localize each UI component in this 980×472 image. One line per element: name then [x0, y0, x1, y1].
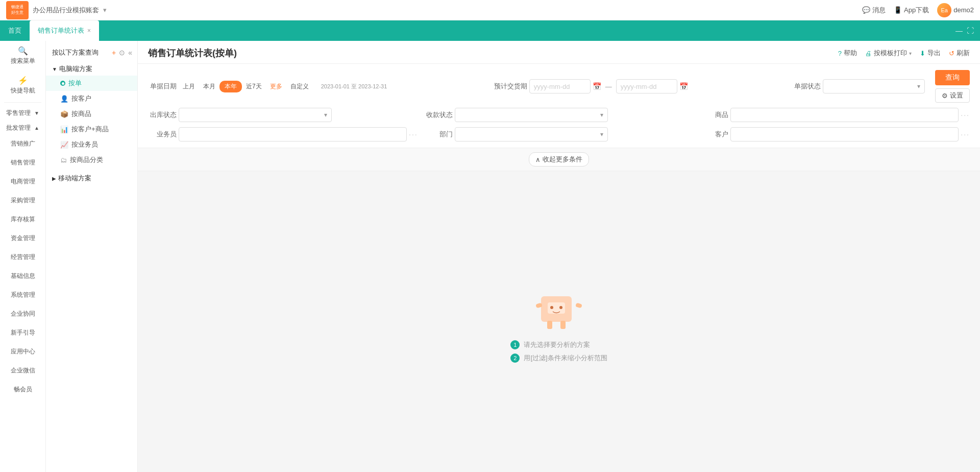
- salesman-more-icon[interactable]: ···: [409, 130, 418, 138]
- customer-more-icon[interactable]: ···: [961, 130, 970, 138]
- sidebar-operations-label: 经营管理: [11, 253, 35, 262]
- scheme-item-by-salesman[interactable]: 📈 按业务员: [46, 137, 137, 152]
- date-this-month[interactable]: 本月: [199, 81, 219, 92]
- expected-date-end[interactable]: [616, 79, 677, 93]
- scheme-add-icon[interactable]: +: [112, 49, 116, 57]
- query-btn[interactable]: 查询: [935, 70, 970, 85]
- sidebar-search-label: 搜索菜单: [11, 57, 35, 65]
- goods-icon: 📦: [60, 110, 68, 118]
- sidebar-item-retail[interactable]: 零售管理 ▼: [0, 105, 45, 120]
- sidebar-wholesale-arrow: ▲: [34, 125, 39, 131]
- export-btn[interactable]: ⬇ 导出: [920, 49, 941, 58]
- page-title: 销售订单统计表(按单): [148, 47, 237, 59]
- dept-select[interactable]: ▾: [455, 127, 608, 141]
- date-custom[interactable]: 自定义: [286, 81, 313, 92]
- sidebar-item-quick-nav[interactable]: ⚡ 快捷导航: [2, 72, 43, 99]
- sidebar-finance-label: 资金管理: [11, 234, 35, 243]
- scheme-settings-icon[interactable]: ⊙: [119, 49, 125, 57]
- scheme-item-by-category[interactable]: 🗂 按商品分类: [46, 152, 137, 168]
- message-btn[interactable]: 💬 消息: [862, 6, 886, 15]
- help-btn[interactable]: ? 帮助: [838, 49, 857, 58]
- tab-active[interactable]: 销售订单统计表 ×: [30, 20, 99, 41]
- app-dropdown-icon[interactable]: ▾: [103, 6, 107, 14]
- date-more[interactable]: 更多: [266, 81, 286, 92]
- date-last-month[interactable]: 上月: [179, 81, 199, 92]
- scheme-category-pc-title[interactable]: ▼ 电脑端方案: [46, 62, 137, 76]
- sidebar-item-wechat[interactable]: 企业微信: [2, 362, 43, 379]
- payment-select[interactable]: ▾: [455, 108, 608, 122]
- sidebar-item-appstore[interactable]: 应用中心: [2, 343, 43, 360]
- payment-dropdown-arrow: ▾: [600, 111, 603, 119]
- scheme-category-mobile-title[interactable]: ▶ 移动端方案: [46, 172, 137, 185]
- filter-row-3: 业务员 ··· 部门 ▾ 客户 ···: [148, 127, 970, 141]
- scheme-item-by-order[interactable]: 按单: [46, 76, 137, 91]
- scheme-collapse-icon[interactable]: «: [128, 49, 132, 57]
- sidebar-wholesale-label: 批发管理: [6, 124, 31, 132]
- scheme-item-label: 按商品分类: [70, 155, 103, 164]
- tab-home[interactable]: 首页: [0, 20, 30, 41]
- scheme-item-by-cus-goods[interactable]: 📊 按客户+商品: [46, 122, 137, 137]
- sidebar-item-wholesale[interactable]: 批发管理 ▲: [0, 120, 45, 134]
- sidebar-item-operations[interactable]: 经营管理: [2, 249, 43, 266]
- empty-illustration: [533, 281, 584, 332]
- logo: 畅捷通好生意: [6, 1, 29, 19]
- salesman-input[interactable]: [179, 127, 407, 141]
- goods-more-icon[interactable]: ···: [961, 111, 970, 119]
- sidebar-basic-label: 基础信息: [11, 272, 35, 280]
- status-select[interactable]: ▾: [823, 79, 925, 93]
- tabbar: 首页 销售订单统计表 × — ⛶: [0, 20, 980, 41]
- sidebar-purchase-label: 采购管理: [11, 196, 35, 205]
- sidebar-item-sales[interactable]: 销售管理: [2, 154, 43, 171]
- app-name: 办公用品行业模拟账套: [33, 6, 99, 15]
- maximize-icon[interactable]: ⛶: [967, 27, 974, 35]
- calendar-icon-1[interactable]: 📅: [593, 82, 601, 90]
- goods-input[interactable]: [730, 108, 959, 122]
- app-download-label: App下载: [904, 6, 929, 15]
- scheme-item-label: 按业务员: [71, 140, 98, 149]
- shipment-select[interactable]: ▾: [179, 108, 332, 122]
- print-btn[interactable]: 🖨 按模板打印 ▾: [865, 49, 912, 58]
- settings-icon: ⚙: [942, 92, 948, 100]
- salesman-icon: 📈: [60, 141, 68, 149]
- calendar-icon-2[interactable]: 📅: [679, 82, 688, 90]
- tab-close-icon[interactable]: ×: [87, 27, 91, 34]
- minimize-icon[interactable]: —: [955, 27, 963, 35]
- expected-date-start[interactable]: [529, 79, 591, 93]
- svg-rect-1: [548, 302, 565, 314]
- sidebar-inventory-label: 库存核算: [11, 215, 35, 224]
- sidebar-enterprise-label: 企业协同: [11, 310, 35, 318]
- svg-rect-4: [547, 321, 552, 329]
- shipment-dropdown-arrow: ▾: [324, 111, 327, 119]
- user-profile[interactable]: Ea demo2: [937, 3, 974, 17]
- scheme-item-by-goods[interactable]: 📦 按商品: [46, 106, 137, 122]
- sidebar-item-ecommerce[interactable]: 电商管理: [2, 173, 43, 190]
- app-download-btn[interactable]: 📱 App下载: [894, 6, 929, 15]
- sidebar-item-inventory[interactable]: 库存核算: [2, 211, 43, 228]
- collapse-btn[interactable]: ∧ 收起更多条件: [529, 152, 589, 167]
- sidebar-item-basic[interactable]: 基础信息: [2, 268, 43, 285]
- scheme-category-pc: ▼ 电脑端方案 按单 👤 按客户 📦 按商品: [46, 60, 137, 170]
- customer-input[interactable]: [730, 127, 959, 141]
- scheme-item-by-customer[interactable]: 👤 按客户: [46, 91, 137, 106]
- refresh-btn[interactable]: ↺ 刷新: [949, 49, 970, 58]
- sidebar-item-search[interactable]: 🔍 搜索菜单: [2, 42, 43, 69]
- filter-row-2: 出库状态 ▾ 收款状态 ▾ 商品: [148, 108, 970, 122]
- date-7days[interactable]: 近7天: [242, 81, 266, 92]
- scheme-title: 按以下方案查询: [52, 48, 99, 57]
- settings-btn[interactable]: ⚙ 设置: [935, 88, 970, 103]
- sidebar-system-label: 系统管理: [11, 291, 35, 299]
- sidebar-item-purchase[interactable]: 采购管理: [2, 192, 43, 209]
- sidebar-item-newbie[interactable]: 新手引导: [2, 324, 43, 341]
- sidebar-item-system[interactable]: 系统管理: [2, 287, 43, 303]
- filter-goods-col: 商品 ···: [700, 108, 970, 122]
- filter-customer-col: 客户 ···: [700, 127, 970, 141]
- content: 按以下方案查询 + ⊙ « ▼ 电脑端方案 按单: [46, 41, 980, 472]
- sidebar-item-marketing[interactable]: 营销推广: [2, 135, 43, 152]
- mobile-arrow: ▶: [52, 176, 56, 181]
- payment-label: 收款状态: [424, 110, 453, 120]
- sidebar-item-enterprise[interactable]: 企业协同: [2, 305, 43, 322]
- date-this-year[interactable]: 本年: [219, 81, 242, 92]
- sidebar-item-member[interactable]: 畅会员: [2, 381, 43, 398]
- hint-num-2: 2: [510, 353, 520, 363]
- sidebar-item-finance[interactable]: 资金管理: [2, 230, 43, 247]
